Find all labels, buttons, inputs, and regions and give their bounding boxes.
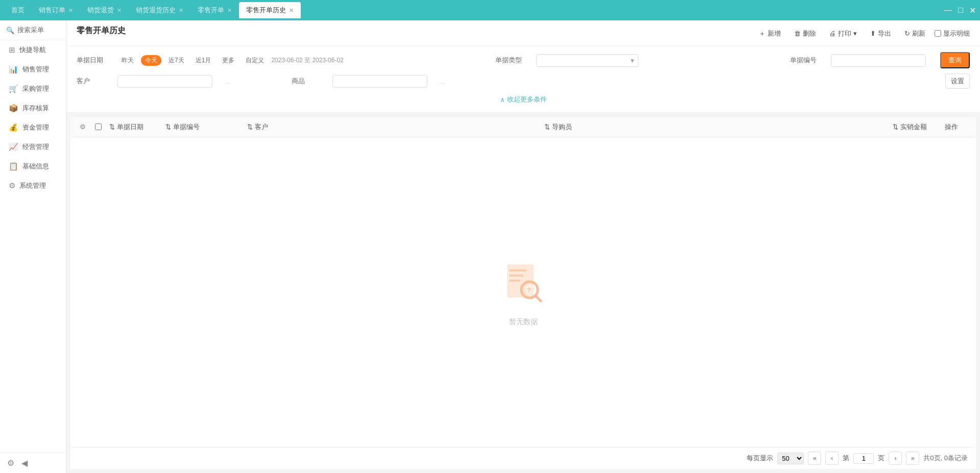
th-customer-sort-icon: ⇅: [247, 123, 253, 131]
select-all-checkbox[interactable]: [95, 123, 102, 130]
refresh-button[interactable]: ↻ 刷新: [900, 27, 929, 40]
tab-sales-return-history-label: 销货退货历史: [136, 6, 176, 15]
query-button[interactable]: 查询: [940, 52, 970, 68]
purchase-mgmt-icon: 🛒: [9, 84, 18, 93]
page-title: 零售开单历史: [77, 26, 126, 36]
th-customer[interactable]: ⇅ 客户: [243, 122, 540, 132]
collapse-row: ∧ 收起更多条件: [77, 93, 970, 106]
footer-collapse-icon[interactable]: ◀: [21, 458, 28, 468]
system-icon: ⚙: [9, 181, 15, 190]
th-settings-icon[interactable]: ⚙: [75, 123, 91, 131]
tab-retail-open[interactable]: 零售开单 ✕: [190, 2, 239, 18]
th-amount[interactable]: ⇅ 实销金额: [880, 122, 931, 132]
sidebar-item-basic-info-label: 基础信息: [22, 162, 49, 171]
minimize-button[interactable]: —: [944, 6, 952, 15]
tab-retail-open-history-label: 零售开单历史: [246, 6, 286, 15]
tab-retail-open-history-close[interactable]: ✕: [289, 7, 294, 14]
date-yesterday-btn[interactable]: 昨天: [117, 55, 138, 66]
print-icon: 🖨: [829, 30, 836, 37]
sidebar-item-operations[interactable]: 📈 经营管理: [0, 137, 66, 157]
th-amount-label: 实销金额: [900, 122, 927, 132]
svg-rect-1: [509, 269, 527, 271]
main-layout: 🔍 搜索采单 ⊞ 快捷导航 📊 销售管理 🛒 采购管理 📦 库存核算 💰 资金管…: [0, 20, 980, 473]
type-select-wrapper: [536, 54, 638, 67]
type-filter-label: 单据类型: [495, 56, 526, 65]
table-area: ⚙ ⇅ 单据日期 ⇅ 单据编号 ⇅ 客户 ⇅ 导购员: [70, 117, 976, 469]
date-1month-btn[interactable]: 近1月: [192, 55, 216, 66]
sidebar: 🔍 搜索采单 ⊞ 快捷导航 📊 销售管理 🛒 采购管理 📦 库存核算 💰 资金管…: [0, 20, 66, 473]
tab-sales-order-label: 销售订单: [39, 6, 65, 15]
first-page-button[interactable]: «: [808, 452, 821, 465]
next-page-icon: ›: [894, 455, 896, 462]
export-icon: ⬆: [870, 30, 876, 37]
basic-info-icon: 📋: [9, 162, 18, 171]
th-num-label: 单据编号: [173, 122, 200, 132]
last-page-button[interactable]: »: [906, 452, 919, 465]
sidebar-item-system[interactable]: ⚙ 系统管理: [0, 176, 66, 195]
customer-dots: ...: [225, 78, 230, 85]
sidebar-item-inventory-label: 库存核算: [22, 104, 49, 113]
th-checkbox[interactable]: [91, 123, 105, 130]
sidebar-search[interactable]: 🔍 搜索采单: [0, 20, 66, 40]
sidebar-item-purchase-mgmt[interactable]: 🛒 采购管理: [0, 79, 66, 98]
close-button[interactable]: ✕: [969, 6, 976, 15]
page-num-input[interactable]: [853, 453, 874, 464]
print-button[interactable]: 🖨 打印 ▾: [825, 27, 861, 40]
date-range-display: 2023-06-02 至 2023-06-02: [271, 56, 343, 65]
toolbar: ＋ 新增 🗑 删除 🖨 打印 ▾ ⬆ 导出 ↻ 刷新 显示明细: [755, 27, 970, 40]
next-page-button[interactable]: ›: [889, 452, 902, 465]
th-num[interactable]: ⇅ 单据编号: [161, 122, 243, 132]
add-button[interactable]: ＋ 新增: [755, 27, 785, 40]
page-of-label: 第: [843, 454, 849, 463]
collapse-button[interactable]: ∧ 收起更多条件: [500, 93, 547, 106]
svg-rect-2: [509, 275, 523, 277]
export-button[interactable]: ⬆ 导出: [866, 27, 895, 40]
goods-filter-input[interactable]: [332, 75, 427, 88]
sidebar-item-basic-info[interactable]: 📋 基础信息: [0, 157, 66, 176]
sidebar-item-quick-nav[interactable]: ⊞ 快捷导航: [0, 40, 66, 60]
num-filter-input[interactable]: [831, 54, 926, 67]
refresh-icon: ↻: [904, 30, 910, 37]
tab-retail-open-history[interactable]: 零售开单历史 ✕: [239, 2, 301, 18]
date-7days-btn[interactable]: 近7天: [164, 55, 188, 66]
tab-sales-return-close[interactable]: ✕: [117, 7, 122, 14]
tab-sales-return-label: 销货退货: [87, 6, 114, 15]
type-select[interactable]: [536, 54, 638, 67]
tab-home[interactable]: 首页: [4, 2, 32, 18]
th-date[interactable]: ⇅ 单据日期: [105, 122, 161, 132]
sidebar-item-finance[interactable]: 💰 资金管理: [0, 118, 66, 137]
filter-row-1: 单据日期 昨天 今天 近7天 近1月 更多 自定义 2023-06-02 至 2…: [77, 52, 970, 68]
table-header: ⚙ ⇅ 单据日期 ⇅ 单据编号 ⇅ 客户 ⇅ 导购员: [70, 117, 976, 137]
delete-button[interactable]: 🗑 删除: [790, 27, 820, 40]
date-filter-label: 单据日期: [77, 56, 107, 65]
tab-sales-return-history-close[interactable]: ✕: [179, 7, 183, 14]
page-label: 页: [878, 454, 885, 463]
tab-sales-return[interactable]: 销货退货 ✕: [80, 2, 129, 18]
svg-line-6: [535, 295, 541, 301]
collapse-icon: ∧: [500, 96, 505, 104]
tab-home-label: 首页: [11, 6, 25, 15]
sidebar-item-sales-mgmt[interactable]: 📊 销售管理: [0, 60, 66, 79]
footer-settings-icon[interactable]: ⚙: [7, 458, 14, 468]
show-detail-checkbox[interactable]: 显示明细: [935, 29, 970, 38]
page-size-select[interactable]: 50 10 20 100: [777, 453, 804, 464]
tab-sales-return-history[interactable]: 销货退货历史 ✕: [129, 2, 190, 18]
th-guide[interactable]: ⇅ 导购员: [540, 122, 591, 132]
tab-sales-order[interactable]: 销售订单 ✕: [32, 2, 80, 18]
customer-filter-input[interactable]: [117, 75, 212, 88]
settings-button[interactable]: 设置: [945, 73, 970, 89]
finance-icon: 💰: [9, 123, 18, 132]
empty-illustration: ?: [498, 258, 549, 309]
maximize-button[interactable]: □: [958, 6, 963, 15]
date-more-btn[interactable]: 更多: [218, 55, 238, 66]
prev-page-button[interactable]: ‹: [825, 452, 839, 465]
tab-sales-order-close[interactable]: ✕: [68, 7, 73, 14]
date-custom-btn[interactable]: 自定义: [242, 55, 268, 66]
date-today-btn[interactable]: 今天: [141, 55, 161, 66]
operations-icon: 📈: [9, 142, 18, 152]
goods-filter-label: 商品: [292, 77, 322, 86]
show-detail-input[interactable]: [935, 30, 941, 37]
content-area: 零售开单历史 ＋ 新增 🗑 删除 🖨 打印 ▾ ⬆ 导出 ↻ 刷新 显示明细 单…: [66, 20, 980, 473]
sidebar-item-inventory[interactable]: 📦 库存核算: [0, 98, 66, 118]
tab-retail-open-close[interactable]: ✕: [227, 7, 232, 14]
